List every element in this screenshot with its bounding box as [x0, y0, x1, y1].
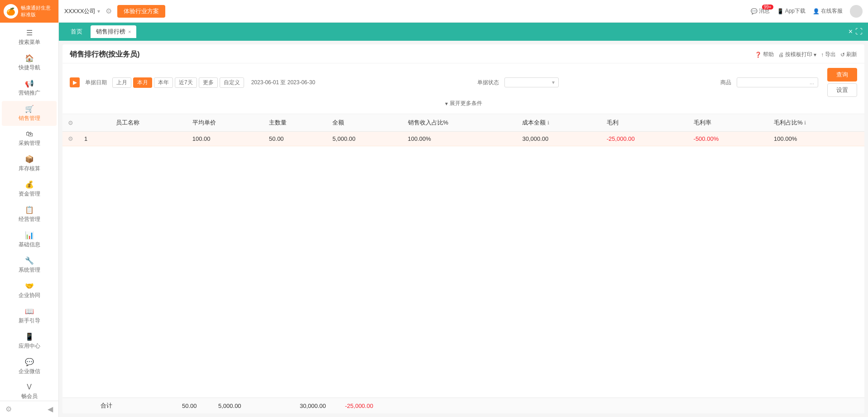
window-maximize-icon[interactable]: ⛶ [855, 28, 863, 36]
trial-button[interactable]: 体验行业方案 [117, 5, 165, 18]
settings-footer-icon[interactable]: ⚙ [5, 405, 12, 413]
table-row: ⚙ 1 100.00 50.00 5,000.00 100.00% 30,000… [62, 132, 864, 146]
help-button[interactable]: ❓ 帮助 [755, 51, 774, 58]
message-button[interactable]: 💬 消息 99+ [751, 7, 770, 15]
filter-toggle-icon[interactable]: ▶ [70, 77, 80, 87]
sidebar-item-enterprise-wechat[interactable]: 💬企业微信 [2, 354, 57, 379]
sidebar-item-app-center[interactable]: 📱应用中心 [2, 329, 57, 354]
tab-home[interactable]: 首页 [64, 25, 89, 38]
company-chevron-icon: ▾ [97, 8, 100, 14]
date-buttons: 上月 本月 本年 近7天 更多 自定义 [112, 77, 244, 88]
sidebar-item-search-orders[interactable]: ☰搜索菜单 [2, 25, 57, 50]
tab-sales-ranking[interactable]: 销售排行榜 × [91, 25, 136, 38]
refresh-button[interactable]: ↺ 刷新 [840, 51, 857, 58]
sidebar-item-inventory[interactable]: 📦库存核算 [2, 151, 57, 176]
sidebar-icon-system-mgmt: 🔧 [25, 256, 34, 265]
sidebar-label-enterprise-wechat: 企业微信 [19, 368, 40, 375]
row-avg-price: 100.00 [187, 132, 264, 146]
sidebar-item-system-mgmt[interactable]: 🔧系统管理 [2, 253, 57, 278]
col-amount: 全额 [327, 114, 402, 132]
row-quantity: 50.00 [264, 132, 327, 146]
tab-bar-controls: × ⛶ [849, 28, 863, 36]
logo: 🍊 畅康通好生意 标准版 [0, 0, 58, 23]
export-icon: ↑ [821, 52, 824, 58]
sidebar-icon-quick-nav: 🏠 [25, 54, 34, 62]
header-settings-icon[interactable]: ⚙ [106, 7, 112, 15]
footer-total-label: 合计 [95, 402, 140, 410]
sidebar-label-system-mgmt: 系统管理 [19, 266, 40, 274]
row-gross-rate: -500.00% [688, 132, 768, 146]
sidebar-icon-marketing: 📢 [25, 79, 34, 88]
sidebar-label-quick-nav: 快捷导航 [19, 64, 40, 72]
sidebar-label-enterprise: 企业协同 [19, 292, 40, 299]
sidebar-icon-enterprise-wechat: 💬 [25, 358, 34, 366]
export-button[interactable]: ↑ 导出 [821, 51, 836, 58]
help-icon: ❓ [755, 52, 762, 58]
tab-bar: 首页 销售排行榜 × × ⛶ [59, 23, 868, 41]
sidebar-label-basic-info: 基础信息 [19, 241, 40, 249]
sidebar-icon-sales-mgmt: 🛒 [25, 105, 34, 113]
date-btn-this-year[interactable]: 本年 [154, 77, 173, 88]
sidebar-icon-purchase-mgmt: 🛍 [26, 130, 33, 138]
date-range-display: 2023-06-01 至 2023-06-30 [251, 79, 315, 86]
sidebar-item-basic-info[interactable]: 📊基础信息 [2, 227, 57, 252]
sidebar-item-member[interactable]: V畅会员 [2, 379, 57, 401]
col-sales-pct: 销售收入占比% [403, 114, 517, 132]
main-area: XXXXX公司 ▾ ⚙ 体验行业方案 💬 消息 99+ 📱 App下载 👤 在线… [59, 0, 868, 417]
footer-gross: -25,000.00 [340, 403, 385, 409]
goods-label: 商品 [720, 79, 731, 86]
sidebar-item-quick-nav[interactable]: 🏠快捷导航 [2, 50, 57, 75]
sidebar-icon-basic-info: 📊 [25, 231, 34, 240]
date-btn-more[interactable]: 更多 [199, 77, 218, 88]
sidebar-item-business-mgmt[interactable]: 📋经营管理 [2, 202, 57, 227]
header-right: 💬 消息 99+ 📱 App下载 👤 在线客服 [751, 5, 863, 18]
inner-page: 销售排行榜(按业务员) ❓ 帮助 🖨 按模板打印 ▾ ↑ 导出 [62, 44, 864, 413]
footer-amount: 5,000.00 [213, 403, 249, 409]
window-close-icon[interactable]: × [849, 28, 853, 36]
collapse-icon[interactable]: ◀ [48, 405, 53, 413]
filter-area: ▶ 单据日期 上月 本月 本年 近7天 更多 自定义 2023-06-01 至 … [62, 63, 864, 114]
col-rank [79, 114, 110, 132]
row-gross: -25,000.00 [601, 132, 688, 146]
sidebar-label-guide: 新手引导 [19, 317, 40, 325]
tab-close-icon[interactable]: × [128, 29, 131, 34]
sidebar-item-guide[interactable]: 📖新手引导 [2, 303, 57, 328]
sidebar-label-marketing: 营销推广 [19, 89, 40, 97]
page-header-actions: ❓ 帮助 🖨 按模板打印 ▾ ↑ 导出 ↺ 刷新 [755, 51, 857, 58]
date-btn-7days[interactable]: 近7天 [175, 77, 197, 88]
page-title: 销售排行榜(按业务员) [70, 50, 140, 59]
sidebar-label-purchase-mgmt: 采购管理 [19, 139, 40, 147]
app-download-button[interactable]: 📱 App下载 [777, 7, 806, 15]
date-btn-custom[interactable]: 自定义 [220, 77, 244, 88]
sidebar-item-sales-mgmt[interactable]: 🛒销售管理 [2, 101, 57, 126]
online-service-button[interactable]: 👤 在线客服 [813, 7, 843, 15]
print-button[interactable]: 🖨 按模板打印 ▾ [778, 51, 816, 58]
footer-cost: 30,000.00 [294, 403, 340, 409]
sidebar-label-business-mgmt: 经营管理 [19, 216, 40, 223]
col-gross-rate: 毛利率 [688, 114, 768, 132]
sidebar-item-finance[interactable]: 💰资金管理 [2, 177, 57, 201]
company-selector[interactable]: XXXXX公司 ▾ [64, 7, 100, 15]
message-icon: 💬 [751, 8, 758, 14]
sidebar-label-app-center: 应用中心 [19, 342, 40, 350]
sidebar-item-purchase-mgmt[interactable]: 🛍采购管理 [2, 126, 57, 151]
expand-conditions-button[interactable]: ▾ 展开更多条件 [445, 100, 482, 107]
logo-text: 畅康通好生意 标准版 [21, 5, 51, 19]
col-settings[interactable]: ⚙ [62, 114, 79, 132]
sidebar-icon-business-mgmt: 📋 [25, 206, 34, 214]
sidebar-item-marketing[interactable]: 📢营销推广 [2, 76, 57, 101]
status-select[interactable]: ▾ [504, 77, 559, 87]
sidebar-footer: ⚙ ◀ [0, 401, 58, 417]
settings-button[interactable]: 设置 [827, 83, 857, 97]
avatar [850, 5, 863, 18]
date-btn-this-month[interactable]: 本月 [133, 77, 152, 88]
row-gear-icon[interactable]: ⚙ [62, 132, 79, 146]
goods-input[interactable]: ... [737, 77, 818, 87]
col-cost: 成本全额 ℹ [517, 114, 601, 132]
sidebar-label-sales-mgmt: 销售管理 [19, 115, 40, 122]
sidebar-item-enterprise[interactable]: 🤝企业协同 [2, 278, 57, 303]
message-badge: 99+ [762, 5, 773, 10]
date-btn-last-month[interactable]: 上月 [112, 77, 131, 88]
query-button[interactable]: 查询 [827, 68, 857, 81]
sidebar-icon-guide: 📖 [25, 307, 34, 316]
